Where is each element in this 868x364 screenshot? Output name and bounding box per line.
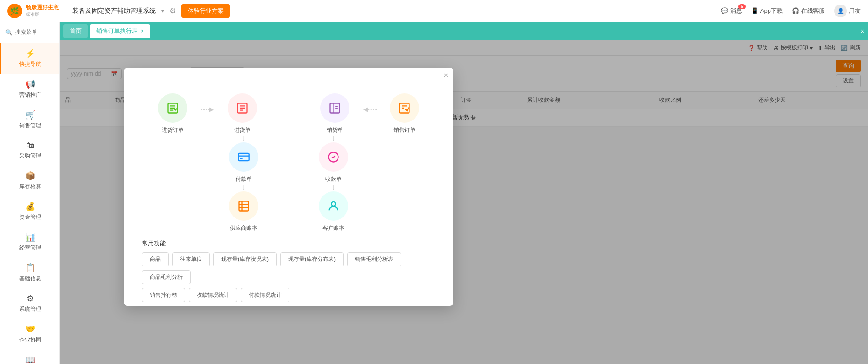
down-arrow-receipt: ↓ xyxy=(319,183,348,191)
arrow-1: - - - - ▶ xyxy=(201,106,214,113)
func-btn-stock-dist[interactable]: 现存量(库存分布表) xyxy=(280,252,344,266)
func-btn-stock-status[interactable]: 现存量(库存状况表) xyxy=(213,252,277,266)
quick-nav-icon: ⚡ xyxy=(25,49,35,59)
purchase-bill-icon xyxy=(228,93,257,123)
marketing-icon: 📢 xyxy=(25,79,35,89)
message-icon: 💬 xyxy=(721,7,728,14)
func-btn-receipt-stats[interactable]: 收款情况统计 xyxy=(189,288,237,302)
modal-close-button[interactable]: × xyxy=(444,71,448,80)
func-btn-product[interactable]: 商品 xyxy=(142,252,169,266)
customer-account-node: 客户账本 xyxy=(319,191,348,232)
sidebar: 🔍 搜索菜单 ⚡ 快捷导航 📢 营销推广 🛒 销售管理 🛍 xyxy=(0,22,60,364)
down-arrow-payment: ↓ xyxy=(229,183,258,191)
sidebar-item-enterprise[interactable]: 🤝 企业协同 xyxy=(0,319,59,349)
common-functions-section: 常用功能 商品 往来单位 现存量(库存状况表) 现存量(库存分布表) 销售毛利分… xyxy=(142,239,435,302)
modal-top-close-area: × xyxy=(124,68,453,80)
close-all-icon: × xyxy=(861,27,864,35)
sidebar-item-system[interactable]: ⚙ 系统管理 xyxy=(0,288,59,319)
settings-icon[interactable]: ⚙ xyxy=(169,6,176,15)
payment-bill-node: 付款单 xyxy=(229,142,258,183)
logo-text: 畅康通好生意 标准版 xyxy=(26,4,59,18)
svg-rect-14 xyxy=(238,153,249,161)
tab-home[interactable]: 首页 xyxy=(63,24,88,38)
app-download-button[interactable]: 📱 App下载 xyxy=(751,7,783,15)
message-button[interactable]: 💬 消息 6 xyxy=(721,7,742,15)
app-container: 🌿 畅康通好生意 标准版 装备及固定资产辅助管理系统 ▾ ⚙ 体验行业方案 💬 … xyxy=(0,0,868,364)
sidebar-item-quick-nav[interactable]: ⚡ 快捷导航 xyxy=(0,43,59,74)
sidebar-nav: ⚡ 快捷导航 📢 营销推广 🛒 销售管理 🛍 采购管理 📦 库存核算 xyxy=(0,43,59,364)
sidebar-item-operations[interactable]: 📊 经营管理 xyxy=(0,227,59,257)
basic-info-icon: 📋 xyxy=(25,263,35,273)
down-arrow-purchase: ↓ xyxy=(229,134,258,142)
content-area: 首页 销售订单执行表 × × ❓ 帮助 xyxy=(60,22,868,364)
sales-bill-icon xyxy=(320,93,349,123)
common-functions-title: 常用功能 xyxy=(142,239,435,248)
func-btn-sales-ranking[interactable]: 销售排行榜 xyxy=(142,288,185,302)
online-service-button[interactable]: 🎧 在线客服 xyxy=(792,7,825,15)
inventory-icon: 📦 xyxy=(25,171,35,181)
flow-modal: × xyxy=(124,68,453,306)
func-buttons-row2: 销售排行榜 收款情况统计 付款情况统计 xyxy=(142,288,435,302)
func-btn-contacts[interactable]: 往来单位 xyxy=(172,252,210,266)
purchase-order-node: 进货订单 xyxy=(158,93,187,134)
tab-close-all[interactable]: × xyxy=(861,27,864,35)
user-area[interactable]: 👤 用友 xyxy=(834,5,861,17)
flow-row3: 付款单 xyxy=(142,142,435,183)
main-content: ❓ 帮助 🖨 按模板打印 ▾ ⬆ 导出 🔄 xyxy=(60,40,868,364)
sidebar-item-finance[interactable]: 💰 资金管理 xyxy=(0,196,59,227)
system-icon: ⚙ xyxy=(27,293,34,304)
main-area: 🔍 搜索菜单 ⚡ 快捷导航 📢 营销推广 🛒 销售管理 🛍 xyxy=(0,22,868,364)
func-buttons-row1: 商品 往来单位 现存量(库存状况表) 现存量(库存分布表) 销售毛利分析表 商品… xyxy=(142,252,435,284)
svg-rect-8 xyxy=(330,103,340,113)
modal-body: 进货订单 - - - - ▶ xyxy=(124,80,453,306)
flow-row2-arrows: ↓ ↓ xyxy=(142,134,435,142)
trial-button[interactable]: 体验行业方案 xyxy=(181,4,230,18)
sidebar-search[interactable]: 🔍 搜索菜单 xyxy=(0,22,59,43)
customer-account-icon xyxy=(319,191,348,221)
purchase-bill-node: 进货单 xyxy=(228,93,257,134)
logo-area: 🌿 畅康通好生意 标准版 xyxy=(7,4,67,18)
service-icon: 🎧 xyxy=(792,7,799,14)
sidebar-item-purchase[interactable]: 🛍 采购管理 xyxy=(0,135,59,165)
flow-row1: 进货订单 - - - - ▶ xyxy=(142,93,435,134)
enterprise-icon: 🤝 xyxy=(25,324,35,334)
purchase-order-icon xyxy=(158,93,187,123)
svg-rect-18 xyxy=(239,201,248,211)
svg-point-22 xyxy=(332,202,336,206)
func-btn-sales-gross[interactable]: 销售毛利分析表 xyxy=(347,252,401,266)
sales-order-node: 销售订单 xyxy=(390,93,419,134)
top-right-area: 💬 消息 6 📱 App下载 🎧 在线客服 👤 用友 xyxy=(721,5,861,17)
func-btn-product-gross[interactable]: 商品毛利分析 xyxy=(142,270,191,284)
title-dropdown-icon[interactable]: ▾ xyxy=(161,8,164,14)
system-title: 装备及固定资产辅助管理系统 xyxy=(72,7,156,15)
func-btn-payment-stats[interactable]: 付款情况统计 xyxy=(241,288,289,302)
sales-order-icon xyxy=(390,93,419,123)
receipt-bill-icon xyxy=(319,142,348,172)
logo-icon: 🌿 xyxy=(7,4,22,18)
supplier-account-icon xyxy=(229,191,258,221)
guide-icon: 📖 xyxy=(25,355,35,364)
tab-close-icon[interactable]: × xyxy=(141,28,144,34)
flow-row5: 供应商账本 xyxy=(142,191,435,232)
sidebar-item-basic-info[interactable]: 📋 基础信息 xyxy=(0,257,59,288)
receipt-bill-node: 收款单 xyxy=(319,142,348,183)
tab-bar: 首页 销售订单执行表 × × xyxy=(60,22,868,40)
finance-icon: 💰 xyxy=(25,201,35,212)
modal-overlay[interactable]: × xyxy=(60,40,868,364)
sidebar-item-sales[interactable]: 🛒 销售管理 xyxy=(0,104,59,135)
sidebar-item-guide[interactable]: 📖 新手引导 xyxy=(0,349,59,364)
supplier-account-node: 供应商账本 xyxy=(229,191,258,232)
purchase-icon: 🛍 xyxy=(26,141,34,150)
flow-row4-arrows: ↓ ↓ xyxy=(142,183,435,191)
search-icon: 🔍 xyxy=(5,29,12,36)
top-bar: 🌿 畅康通好生意 标准版 装备及固定资产辅助管理系统 ▾ ⚙ 体验行业方案 💬 … xyxy=(0,0,868,22)
operations-icon: 📊 xyxy=(25,232,35,242)
sidebar-item-inventory[interactable]: 📦 库存核算 xyxy=(0,165,59,196)
flow-diagram: 进货订单 - - - - ▶ xyxy=(142,93,435,232)
sidebar-item-marketing[interactable]: 📢 营销推广 xyxy=(0,74,59,104)
arrow-2: ◀ - - - - xyxy=(363,106,377,113)
sales-bill-node: 销货单 xyxy=(320,93,349,134)
tab-sales-order[interactable]: 销售订单执行表 × xyxy=(90,24,150,38)
search-menu-item[interactable]: 🔍 搜索菜单 xyxy=(4,27,55,38)
payment-bill-icon xyxy=(229,142,258,172)
